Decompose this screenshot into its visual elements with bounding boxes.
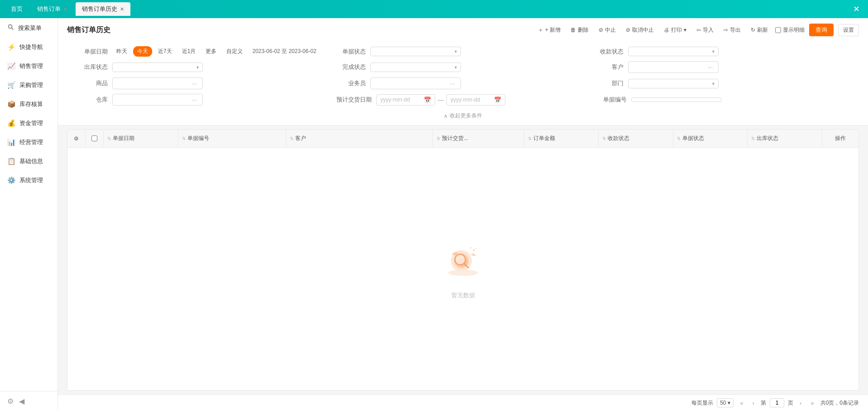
sales-mgmt-icon: 📈	[7, 62, 16, 70]
tab-sales-order-history[interactable]: 销售订单历史 ✕	[76, 2, 130, 16]
new-icon: ＋	[538, 26, 543, 34]
svg-line-1	[12, 28, 13, 29]
cancel-stop-icon: ⊘	[626, 27, 630, 33]
import-button[interactable]: ⇦ 导入	[694, 24, 716, 36]
sidebar-item-quick-nav[interactable]: ⚡ 快捷导航	[0, 38, 58, 57]
refresh-button[interactable]: ↻ 刷新	[748, 24, 771, 36]
salesperson-control: ···	[370, 77, 592, 89]
purchase-mgmt-icon: 🛒	[7, 81, 16, 89]
th-receipt-status[interactable]: ⇅ 收款状态	[599, 130, 673, 147]
th-checkbox[interactable]	[86, 131, 104, 146]
warehouse-dots[interactable]: ···	[190, 96, 199, 103]
export-button[interactable]: ⇨ 导出	[721, 24, 743, 36]
select-all-checkbox[interactable]	[91, 135, 97, 141]
delivery-status-select[interactable]: ▾	[112, 63, 203, 72]
customer-dots[interactable]: ···	[706, 63, 715, 71]
delete-button[interactable]: 🗑 删除	[568, 24, 591, 36]
current-page-input[interactable]	[770, 398, 784, 407]
date-7days-btn[interactable]: 近7天	[154, 46, 176, 57]
stop-button[interactable]: ⊘ 中止	[596, 24, 619, 36]
date-custom-btn[interactable]: 自定义	[222, 46, 247, 57]
th-date[interactable]: ⇅ 单据日期	[104, 130, 178, 147]
th-delivery-date[interactable]: ⇅ 预计交货...	[433, 130, 524, 147]
delivery-status-label: 出库状态	[76, 63, 112, 71]
sidebar-item-basic-info[interactable]: 📋 基础信息	[0, 152, 58, 171]
complete-status-control: ▾	[370, 63, 592, 72]
complete-status-arrow: ▾	[455, 65, 457, 70]
receipt-status-select[interactable]: ▾	[628, 47, 719, 56]
th-order-status[interactable]: ⇅ 单据状态	[673, 130, 748, 147]
first-page-button[interactable]: «	[737, 399, 746, 407]
window-close-button[interactable]: ✕	[849, 4, 863, 14]
page-size-select[interactable]: 50 ▾	[717, 398, 734, 407]
print-button[interactable]: 🖨 打印 ▾	[661, 24, 689, 36]
delivery-status-control: ▾	[112, 63, 334, 72]
order-no-input[interactable]	[631, 97, 722, 102]
next-page-button[interactable]: ›	[797, 399, 804, 407]
svg-point-8	[473, 249, 474, 251]
th-no[interactable]: ⇅ 单据编号	[178, 130, 286, 147]
date-more-btn[interactable]: 更多	[201, 46, 221, 57]
tab-home[interactable]: 首页	[5, 2, 29, 16]
dept-label: 部门	[592, 79, 628, 87]
dept-select[interactable]: ▾	[628, 79, 719, 88]
warehouse-input[interactable]: ···	[112, 94, 203, 106]
receipt-status-label: 收款状态	[592, 48, 628, 56]
salesperson-input[interactable]: ···	[370, 77, 461, 89]
tab-sales-order-history-close[interactable]: ✕	[120, 6, 124, 12]
collapse-more-btn[interactable]: ∧ 收起更多条件	[76, 110, 850, 121]
product-dots[interactable]: ···	[190, 80, 199, 87]
sidebar-item-system-mgmt[interactable]: ⚙️ 系统管理	[0, 171, 58, 190]
sidebar-item-sales-mgmt[interactable]: 📈 销售管理	[0, 57, 58, 76]
sidebar-search-label: 搜索菜单	[18, 24, 42, 32]
main-layout: 搜索菜单 ⚡ 快捷导航 📈 销售管理 🛒 采购管理 📦 库存核算 💰 资金管理 …	[0, 18, 868, 411]
sidebar-basic-label: 基础信息	[19, 157, 43, 165]
date-1month-btn[interactable]: 近1月	[178, 46, 200, 57]
content-area: 销售订单历史 ＋ + 新增 🗑 删除 ⊘ 中止 ⊘	[58, 18, 868, 411]
sidebar-collapse-icon[interactable]: ◀	[19, 397, 24, 406]
th-customer[interactable]: ⇅ 客户	[286, 130, 433, 147]
th-action: 操作	[822, 130, 858, 147]
sidebar-item-purchase-mgmt[interactable]: 🛒 采购管理	[0, 76, 58, 95]
new-button[interactable]: ＋ + 新增	[535, 24, 563, 36]
date-to-input[interactable]: yyyy-mm-dd 📅	[446, 94, 505, 106]
th-settings[interactable]: ⚙	[67, 131, 86, 146]
display-detail-checkbox[interactable]	[775, 27, 781, 33]
cancel-stop-button[interactable]: ⊘ 取消中止	[623, 24, 657, 36]
sort-order-status-icon: ⇅	[677, 136, 681, 141]
prev-page-button[interactable]: ‹	[750, 399, 757, 407]
settings-button[interactable]: 设置	[838, 24, 859, 36]
product-control: ···	[112, 77, 334, 89]
sidebar-settings-icon[interactable]: ⚙	[7, 397, 14, 406]
last-page-button[interactable]: »	[808, 399, 816, 407]
salesperson-dots[interactable]: ···	[448, 80, 457, 87]
sidebar-item-biz-mgmt[interactable]: 📊 经营管理	[0, 133, 58, 152]
sort-up-icon: ⇅	[107, 136, 111, 141]
customer-input[interactable]: ···	[628, 61, 719, 73]
order-status-select[interactable]: ▾	[370, 47, 461, 56]
date-yesterday-btn[interactable]: 昨天	[112, 46, 131, 57]
product-input[interactable]: ···	[112, 77, 203, 89]
display-detail-checkbox-label[interactable]: 显示明细	[775, 26, 805, 34]
th-delivery-status[interactable]: ⇅ 出库状态	[748, 130, 822, 147]
sidebar-item-search-menu[interactable]: 搜索菜单	[0, 18, 58, 38]
settings-gear-icon: ⚙	[74, 135, 79, 142]
th-amount[interactable]: ⇅ 订单金额	[524, 130, 599, 147]
sidebar-item-inventory[interactable]: 📦 库存核算	[0, 95, 58, 114]
date-today-btn[interactable]: 今天	[133, 46, 152, 57]
delivery-status-arrow: ▾	[197, 65, 199, 70]
complete-status-select[interactable]: ▾	[370, 63, 461, 72]
tab-sales-order[interactable]: 销售订单 ✕	[31, 2, 74, 16]
sidebar-item-capital-mgmt[interactable]: 💰 资金管理	[0, 114, 58, 133]
capital-mgmt-icon: 💰	[7, 119, 16, 127]
query-button[interactable]: 查询	[809, 24, 834, 36]
stop-icon: ⊘	[599, 27, 603, 33]
sort-delivery-icon: ⇅	[436, 136, 440, 141]
date-control: 昨天 今天 近7天 近1月 更多 自定义 2023-06-02 至 2023-0…	[112, 46, 334, 57]
date-from-input[interactable]: yyyy-mm-dd 📅	[376, 94, 435, 106]
display-detail-label: 显示明细	[783, 26, 805, 34]
sidebar-sales-label: 销售管理	[19, 62, 43, 70]
sort-no-icon: ⇅	[182, 136, 186, 141]
tab-sales-order-close[interactable]: ✕	[63, 6, 67, 12]
page-size-arrow: ▾	[728, 400, 730, 406]
